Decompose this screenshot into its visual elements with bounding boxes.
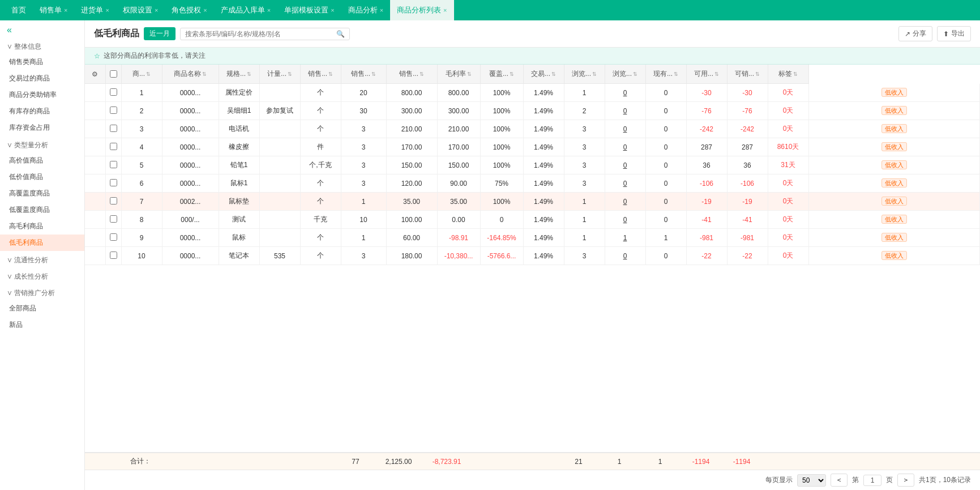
close-icon[interactable]: × <box>64 7 67 14</box>
nav-home[interactable]: 首页 <box>5 0 33 20</box>
sidebar-item-all-products[interactable]: 全部商品 <box>0 300 84 317</box>
sidebar-item-traded-products[interactable]: 交易过的商品 <box>0 70 84 87</box>
view1-link[interactable]: 0 <box>623 161 627 169</box>
row-checkbox[interactable] <box>110 197 117 204</box>
sidebar-group-overall[interactable]: ∨ 整体信息 <box>0 37 84 54</box>
sidebar-group-marketing[interactable]: ∨ 营销推广分析 <box>0 284 84 300</box>
totals-view1: 1 <box>599 458 640 466</box>
sidebar-item-new-products[interactable]: 新品 <box>0 317 84 333</box>
nav-product-analysis[interactable]: 商品分析 × <box>341 0 390 20</box>
current-page: 1 <box>863 475 881 486</box>
tag-badge: 低收入 <box>881 160 907 169</box>
nav-sales[interactable]: 销售单 × <box>33 0 74 20</box>
view1-link[interactable]: 0 <box>623 252 627 260</box>
th-sales-amount[interactable]: 销售...⇅ <box>341 65 386 84</box>
th-gross-margin[interactable]: 毛利率⇅ <box>437 65 480 84</box>
th-sales-profit[interactable]: 销售...⇅ <box>386 65 437 84</box>
table-row: 8 000/... 测试 千克 10 100.00 0.00 0 1.49% 1… <box>85 211 980 229</box>
sidebar-collapse-button[interactable]: « <box>5 25 14 35</box>
sidebar-group-type-analysis[interactable]: ∨ 类型量分析 <box>0 136 84 152</box>
tag-badge: 低收入 <box>881 251 907 260</box>
th-sales-qty[interactable]: 销售...⇅ <box>300 65 341 84</box>
close-icon[interactable]: × <box>203 7 207 14</box>
view1-link[interactable]: 0 <box>623 125 627 133</box>
totals-current-stock: -1194 <box>681 458 721 466</box>
row-checkbox[interactable] <box>110 106 117 114</box>
nav-template-settings[interactable]: 单据模板设置 × <box>277 0 341 20</box>
sidebar-item-low-value[interactable]: 低价值商品 <box>0 169 84 185</box>
nav-product-analysis-list[interactable]: 商品分析列表 × <box>390 0 453 20</box>
prev-page-button[interactable]: ＜ <box>831 474 848 487</box>
row-checkbox[interactable] <box>110 125 117 132</box>
close-icon[interactable]: × <box>443 7 447 14</box>
next-page-button[interactable]: ＞ <box>897 474 914 487</box>
row-checkbox[interactable] <box>110 88 117 96</box>
search-icon[interactable]: 🔍 <box>336 30 345 38</box>
nav-purchase[interactable]: 进货单 × <box>74 0 115 20</box>
sidebar-item-high-coverage[interactable]: 高覆盖度商品 <box>0 185 84 202</box>
row-checkbox[interactable] <box>110 215 117 223</box>
export-button[interactable]: ⬆ 导出 <box>937 26 971 41</box>
view1-link[interactable]: 1 <box>623 234 627 242</box>
sidebar-group-growth[interactable]: ∨ 成长性分析 <box>0 267 84 284</box>
view1-link[interactable]: 0 <box>623 198 627 206</box>
sidebar-item-high-value[interactable]: 高价值商品 <box>0 152 84 169</box>
th-current-stock[interactable]: 现有...⇅ <box>645 65 686 84</box>
table-row: 5 0000... 铅笔1 个,千克 3 150.00 150.00 100% … <box>85 156 980 174</box>
close-icon[interactable]: × <box>267 7 271 14</box>
th-code[interactable]: 商...⇅ <box>121 65 162 84</box>
th-unit[interactable]: 计量...⇅ <box>259 65 300 84</box>
row-checkbox[interactable] <box>110 233 117 241</box>
th-view1[interactable]: 浏览...⇅ <box>564 65 605 84</box>
close-icon[interactable]: × <box>155 7 158 14</box>
th-settings[interactable]: ⚙ <box>85 65 105 84</box>
table-row: 3 0000... 电话机 个 3 210.00 210.00 100% 1.4… <box>85 120 980 138</box>
th-trade-count[interactable]: 交易...⇅ <box>523 65 564 84</box>
row-checkbox[interactable] <box>110 252 117 259</box>
header-actions: ↗ 分享 ⬆ 导出 <box>898 26 971 41</box>
row-checkbox[interactable] <box>110 179 117 186</box>
view1-link[interactable]: 0 <box>623 180 627 188</box>
view1-link[interactable]: 0 <box>623 143 627 151</box>
sidebar-item-stock-products[interactable]: 有库存的商品 <box>0 103 84 120</box>
th-sellable-days[interactable]: 可销...⇅ <box>727 65 768 84</box>
totals-sales-profit: -8,723.91 <box>421 458 472 466</box>
tag-badge: 低收入 <box>881 142 907 151</box>
share-button[interactable]: ↗ 分享 <box>898 26 932 41</box>
nav-roles[interactable]: 角色授权 × <box>165 0 213 20</box>
th-name[interactable]: 商品名称⇅ <box>162 65 219 84</box>
th-view2[interactable]: 浏览...⇅ <box>605 65 645 84</box>
row-checkbox[interactable] <box>110 161 117 168</box>
per-page-select[interactable]: 50 100 200 <box>797 474 826 487</box>
totals-sales-qty: 77 <box>335 458 376 466</box>
th-tags[interactable]: 标签⇅ <box>768 65 808 84</box>
main-layout: « ∨ 整体信息 销售类商品 交易过的商品 商品分类助销率 有库存的商品 库存资… <box>0 20 980 490</box>
nav-product-entry[interactable]: 产成品入库单 × <box>214 0 277 20</box>
sidebar: « ∨ 整体信息 销售类商品 交易过的商品 商品分类助销率 有库存的商品 库存资… <box>0 20 85 490</box>
sidebar-item-low-margin[interactable]: 低毛利商品 <box>0 235 84 251</box>
search-box: 🔍 <box>180 28 350 40</box>
th-checkbox[interactable] <box>105 65 121 84</box>
sidebar-item-sales-products[interactable]: 销售类商品 <box>0 54 84 70</box>
close-icon[interactable]: × <box>105 7 109 14</box>
nav-permissions[interactable]: 权限设置 × <box>116 0 165 20</box>
select-all-checkbox[interactable] <box>110 70 117 78</box>
th-coverage[interactable]: 覆盖...⇅ <box>480 65 523 84</box>
sidebar-group-liquidity[interactable]: ∨ 流通性分析 <box>0 251 84 267</box>
table-row: 4 0000... 橡皮擦 件 3 170.00 170.00 100% 1.4… <box>85 138 980 156</box>
view1-link[interactable]: 0 <box>623 89 627 97</box>
th-spec[interactable]: 规格...⇅ <box>219 65 259 84</box>
sidebar-item-low-coverage[interactable]: 低覆盖度商品 <box>0 202 84 218</box>
th-available-stock[interactable]: 可用...⇅ <box>686 65 727 84</box>
row-checkbox[interactable] <box>110 143 117 150</box>
close-icon[interactable]: × <box>380 7 383 14</box>
close-icon[interactable]: × <box>331 7 334 14</box>
sidebar-item-category-sales-rate[interactable]: 商品分类助销率 <box>0 87 84 103</box>
view1-link[interactable]: 0 <box>623 107 627 115</box>
data-table-container[interactable]: ⚙ 商...⇅ 商品名称⇅ 规格...⇅ <box>85 65 980 452</box>
sidebar-item-high-margin[interactable]: 高毛利商品 <box>0 218 84 235</box>
sidebar-item-stock-capital[interactable]: 库存资金占用 <box>0 120 84 136</box>
view1-link[interactable]: 0 <box>623 216 627 224</box>
search-input[interactable] <box>185 30 336 38</box>
period-button[interactable]: 近一月 <box>144 27 176 40</box>
